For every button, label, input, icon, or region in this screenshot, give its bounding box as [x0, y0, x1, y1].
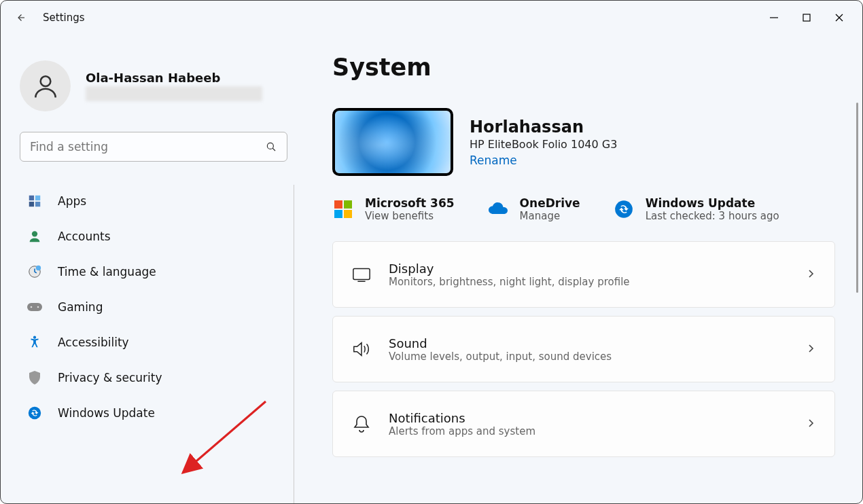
svg-rect-10: [35, 202, 40, 206]
list-sub: Alerts from apps and system: [389, 425, 788, 437]
svg-point-15: [31, 306, 33, 308]
tile-windows-update[interactable]: Windows Update Last checked: 3 hours ago: [613, 196, 779, 222]
window-title: Settings: [43, 12, 85, 24]
svg-point-24: [615, 200, 633, 218]
onedrive-icon: [487, 198, 509, 220]
chevron-right-icon: [806, 343, 815, 356]
svg-point-16: [37, 306, 39, 308]
device-wallpaper-thumb[interactable]: [332, 108, 453, 176]
list-sub: Volume levels, output, input, sound devi…: [389, 350, 788, 363]
svg-point-5: [267, 143, 273, 149]
list-item-sound[interactable]: Sound Volume levels, output, input, soun…: [332, 316, 835, 382]
update-icon: [27, 405, 43, 421]
sidebar-item-gaming[interactable]: Gaming: [20, 291, 287, 323]
main-content: System Horlahassan HP EliteBook Folio 10…: [306, 35, 862, 503]
bell-icon: [352, 414, 371, 433]
profile-card[interactable]: Ola-Hassan Habeeb: [20, 60, 287, 111]
svg-point-13: [36, 266, 41, 270]
sidebar-item-label: Accessibility: [58, 336, 129, 349]
svg-rect-14: [27, 303, 42, 311]
maximize-button[interactable]: [790, 4, 823, 31]
sidebar-item-accessibility[interactable]: Accessibility: [20, 326, 287, 359]
list-item-notifications[interactable]: Notifications Alerts from apps and syste…: [332, 391, 835, 457]
display-icon: [352, 265, 371, 284]
sidebar-item-apps[interactable]: Apps: [20, 185, 287, 217]
svg-rect-1: [803, 14, 810, 21]
rename-link[interactable]: Rename: [470, 154, 617, 167]
chevron-right-icon: [806, 268, 815, 281]
back-button[interactable]: [7, 5, 33, 31]
profile-name: Ola-Hassan Habeeb: [86, 71, 287, 85]
tile-title: Windows Update: [646, 196, 779, 210]
profile-email-redacted: [86, 86, 262, 101]
avatar: [20, 60, 71, 111]
list-title: Sound: [389, 336, 788, 350]
accessibility-icon: [27, 334, 43, 350]
sidebar-item-label: Accounts: [58, 230, 111, 243]
svg-rect-9: [29, 202, 34, 206]
maximize-icon: [802, 13, 811, 22]
minimize-button[interactable]: [758, 4, 790, 31]
svg-rect-7: [29, 196, 34, 200]
search-icon: [265, 141, 277, 153]
sidebar-item-accounts[interactable]: Accounts: [20, 220, 287, 253]
update-icon: [613, 198, 635, 220]
tile-sub: Manage: [520, 210, 580, 222]
sidebar-item-label: Windows Update: [58, 406, 155, 420]
sound-icon: [352, 340, 371, 359]
microsoft-logo-icon: [332, 198, 354, 220]
svg-rect-22: [334, 210, 342, 218]
tile-microsoft-365[interactable]: Microsoft 365 View benefits: [332, 196, 455, 222]
svg-rect-20: [334, 200, 342, 209]
page-title: System: [332, 54, 835, 81]
sidebar-item-label: Gaming: [58, 300, 103, 314]
titlebar: Settings: [1, 1, 862, 35]
svg-rect-8: [35, 196, 40, 200]
nav-list: Apps Accounts Time & language: [20, 185, 294, 503]
svg-point-11: [32, 231, 37, 236]
scrollbar[interactable]: [856, 103, 858, 293]
shield-icon: [27, 370, 43, 386]
list-sub: Monitors, brightness, night light, displ…: [389, 276, 788, 288]
svg-point-4: [40, 76, 50, 86]
svg-line-6: [272, 148, 275, 151]
chevron-right-icon: [806, 418, 815, 431]
close-icon: [834, 13, 844, 22]
search-box[interactable]: [20, 132, 287, 162]
close-button[interactable]: [823, 4, 856, 31]
sidebar-item-windows-update[interactable]: Windows Update: [20, 397, 287, 429]
accounts-icon: [27, 228, 43, 245]
tile-sub: View benefits: [365, 210, 455, 222]
sidebar-item-label: Apps: [58, 194, 86, 208]
svg-point-17: [33, 336, 36, 339]
sidebar: Ola-Hassan Habeeb Apps: [1, 35, 306, 503]
arrow-left-icon: [14, 12, 27, 24]
person-icon: [31, 71, 60, 101]
device-name: Horlahassan: [470, 118, 617, 137]
list-item-display[interactable]: Display Monitors, brightness, night ligh…: [332, 241, 835, 308]
list-title: Notifications: [389, 411, 788, 425]
svg-point-18: [29, 407, 41, 419]
sidebar-item-time-language[interactable]: Time & language: [20, 255, 287, 288]
settings-list: Display Monitors, brightness, night ligh…: [332, 241, 835, 457]
service-tiles: Microsoft 365 View benefits OneDrive Man…: [332, 196, 835, 222]
device-summary: Horlahassan HP EliteBook Folio 1040 G3 R…: [332, 108, 835, 176]
sidebar-item-privacy-security[interactable]: Privacy & security: [20, 361, 287, 394]
tile-sub: Last checked: 3 hours ago: [646, 210, 779, 222]
device-model: HP EliteBook Folio 1040 G3: [470, 138, 617, 151]
tile-title: OneDrive: [520, 196, 580, 210]
minimize-icon: [769, 13, 779, 22]
sidebar-item-label: Time & language: [58, 265, 156, 278]
gaming-icon: [27, 299, 43, 315]
tile-title: Microsoft 365: [365, 196, 455, 210]
svg-rect-21: [344, 200, 352, 209]
time-icon: [27, 264, 43, 280]
svg-rect-23: [344, 210, 352, 218]
search-input[interactable]: [30, 140, 265, 154]
sidebar-item-label: Privacy & security: [58, 371, 162, 384]
tile-onedrive[interactable]: OneDrive Manage: [487, 196, 580, 222]
list-title: Display: [389, 262, 788, 276]
svg-rect-25: [353, 269, 370, 280]
apps-icon: [27, 193, 43, 209]
